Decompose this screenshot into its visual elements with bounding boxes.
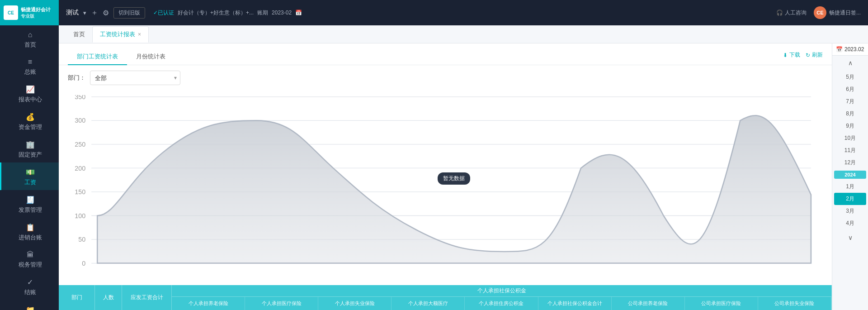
date-month-10[interactable]: 10月 bbox=[832, 132, 868, 144]
sidebar-item-invoice[interactable]: 🧾 发票管理 bbox=[0, 190, 59, 218]
sub-tabs: 部门工资统计表 月份统计表 ⬇ 下载 ↻ 刷新 bbox=[59, 43, 832, 65]
date-month-8[interactable]: 8月 bbox=[832, 108, 868, 120]
user-menu[interactable]: CE 畅捷通日签... bbox=[814, 6, 861, 19]
sidebar-item-tax[interactable]: 🏛 税务管理 bbox=[0, 245, 59, 272]
date-month-12[interactable]: 12月 bbox=[832, 157, 868, 169]
period-label: 账期 bbox=[257, 9, 268, 17]
funds-icon: 💰 bbox=[26, 113, 35, 121]
content-area: 首页 工资统计报表 × 部门工资统计表 月份统计表 ⬇ 下载 bbox=[59, 25, 868, 310]
switch-old-version-btn[interactable]: 切到旧版 bbox=[113, 7, 145, 19]
sidebar-label-funds: 资金管理 bbox=[19, 123, 42, 131]
calendar-icon[interactable]: 📅 bbox=[295, 10, 302, 16]
svg-text:50: 50 bbox=[78, 236, 85, 243]
svg-text:300: 300 bbox=[75, 117, 85, 124]
filter-bar: 部门： 全部 销售部 财务部 人事部 技术部 ▾ bbox=[59, 65, 832, 91]
th-insurance-total: 个人承担社保公积金合计 bbox=[538, 297, 612, 310]
sub-tab-department[interactable]: 部门工资统计表 bbox=[68, 49, 127, 65]
date-nav-bottom: ∨ bbox=[832, 230, 868, 245]
user-name: 畅捷通日签... bbox=[829, 9, 861, 17]
tab-payroll-report[interactable]: 工资统计报表 × bbox=[92, 26, 149, 43]
sidebar-label-close: 结账 bbox=[24, 288, 36, 296]
date-month-5[interactable]: 5月 bbox=[832, 71, 868, 83]
svg-text:100: 100 bbox=[75, 212, 85, 219]
date-nav-down-btn[interactable]: ∨ bbox=[832, 232, 868, 243]
svg-text:150: 150 bbox=[75, 188, 85, 196]
download-icon: ⬇ bbox=[783, 52, 788, 58]
date-month-11[interactable]: 11月 bbox=[832, 144, 868, 157]
main-area: 测试 ▾ ＋ ⚙ 切到旧版 ✓已认证 好会计（专）+好生意（标）+... 账期 … bbox=[59, 0, 868, 310]
app-logo: CE 畅捷通好会计 专业版 bbox=[0, 0, 59, 25]
sidebar-item-ledger[interactable]: ≡ 总账 bbox=[0, 52, 59, 80]
archive-icon: 📁 bbox=[26, 305, 35, 310]
sidebar-item-reports[interactable]: 📈 报表中心 bbox=[0, 80, 59, 107]
refresh-label: 刷新 bbox=[812, 51, 823, 59]
tab-home-label: 首页 bbox=[73, 30, 85, 38]
help-btn[interactable]: 🎧 人工咨询 bbox=[776, 9, 807, 17]
th-group-items: 个人承担养老保险 个人承担医疗保险 个人承担失业保险 个人承担大额医疗 个人承担… bbox=[172, 297, 831, 310]
sidebar-menu: ⌂ 首页 ≡ 总账 📈 报表中心 💰 资金管理 🏢 固定资产 💵 工资 🧾 发票… bbox=[0, 25, 59, 310]
refresh-icon: ↻ bbox=[806, 52, 810, 58]
app-subtitle: 专业版 bbox=[21, 13, 51, 19]
date-month-9[interactable]: 9月 bbox=[832, 120, 868, 132]
sidebar-item-archive[interactable]: 📁 归档管理 bbox=[0, 300, 59, 310]
department-select[interactable]: 全部 销售部 财务部 人事部 技术部 bbox=[90, 71, 180, 85]
company-dropdown-arrow[interactable]: ▾ bbox=[83, 10, 86, 16]
invoice-icon: 🧾 bbox=[26, 196, 35, 204]
company-name: 测试 bbox=[66, 9, 79, 17]
tax-icon: 🏛 bbox=[27, 251, 34, 259]
close-books-icon: ✓ bbox=[27, 278, 33, 286]
th-pension: 个人承担养老保险 bbox=[172, 297, 245, 310]
date-month-7[interactable]: 7月 bbox=[832, 95, 868, 108]
chart-area: 部门工资统计表 月份统计表 ⬇ 下载 ↻ 刷新 bbox=[59, 43, 832, 310]
sidebar-item-assets[interactable]: 🏢 固定资产 bbox=[0, 135, 59, 162]
sidebar-item-payroll[interactable]: 💵 工资 bbox=[0, 162, 59, 190]
logo-icon: CE bbox=[4, 5, 18, 20]
date-month-feb[interactable]: 2月 bbox=[834, 193, 866, 205]
certified-badge: ✓已认证 bbox=[153, 9, 174, 17]
date-month-6[interactable]: 6月 bbox=[832, 83, 868, 95]
topbar-badges: ✓已认证 好会计（专）+好生意（标）+... 账期 2023-02 📅 bbox=[153, 9, 302, 17]
logo-text-block: 畅捷通好会计 专业版 bbox=[21, 6, 51, 19]
calendar-small-icon: 📅 bbox=[836, 46, 843, 52]
sidebar-label-trade: 进销台账 bbox=[19, 234, 42, 242]
sub-tab-monthly[interactable]: 月份统计表 bbox=[127, 49, 175, 65]
topbar: 测试 ▾ ＋ ⚙ 切到旧版 ✓已认证 好会计（专）+好生意（标）+... 账期 … bbox=[59, 0, 868, 25]
svg-text:250: 250 bbox=[75, 141, 85, 148]
sidebar-label-ledger: 总账 bbox=[24, 68, 36, 76]
company-settings-btn[interactable]: ⚙ bbox=[103, 9, 109, 17]
sidebar-label-home: 首页 bbox=[24, 41, 36, 49]
tab-close-btn[interactable]: × bbox=[138, 31, 141, 38]
th-total-wage: 应发工资合计 bbox=[122, 285, 172, 310]
sidebar-item-home[interactable]: ⌂ 首页 bbox=[0, 25, 59, 52]
th-department: 部门 bbox=[59, 285, 95, 310]
download-btn[interactable]: ⬇ 下载 bbox=[783, 51, 800, 59]
avatar: CE bbox=[814, 6, 826, 19]
period-value: 2023-02 bbox=[272, 10, 292, 16]
badges-text: 好会计（专）+好生意（标）+... bbox=[178, 9, 254, 17]
date-panel: 📅 2023.02 ∧ 5月 6月 7月 8月 9月 10月 11月 12月 2… bbox=[832, 43, 868, 310]
date-month-mar[interactable]: 3月 bbox=[832, 205, 868, 217]
home-icon: ⌂ bbox=[28, 31, 33, 39]
date-section-2024: 1月 2月 3月 4月 bbox=[832, 180, 868, 230]
assets-icon: 🏢 bbox=[26, 140, 35, 149]
date-month-apr[interactable]: 4月 bbox=[832, 217, 868, 229]
sidebar-item-funds[interactable]: 💰 资金管理 bbox=[0, 107, 59, 135]
department-select-wrapper: 全部 销售部 财务部 人事部 技术部 ▾ bbox=[90, 71, 180, 85]
date-month-jan[interactable]: 1月 bbox=[832, 181, 868, 193]
download-label: 下载 bbox=[789, 51, 800, 59]
sidebar-item-trade[interactable]: 📋 进销台账 bbox=[0, 218, 59, 245]
th-company-unemployment: 公司承担失业保险 bbox=[758, 297, 831, 310]
payroll-icon: 💵 bbox=[26, 168, 35, 176]
th-company-pension: 公司承担养老保险 bbox=[612, 297, 685, 310]
th-count: 人数 bbox=[95, 285, 122, 310]
add-company-btn[interactable]: ＋ bbox=[91, 8, 98, 18]
refresh-btn[interactable]: ↻ 刷新 bbox=[806, 51, 823, 59]
tab-home[interactable]: 首页 bbox=[66, 27, 92, 42]
sidebar-item-close[interactable]: ✓ 结账 bbox=[0, 272, 59, 300]
trade-icon: 📋 bbox=[26, 223, 35, 232]
th-personal-insurance-group: 个人承担社保公积金 个人承担养老保险 个人承担医疗保险 个人承担失业保险 个人承… bbox=[172, 285, 832, 310]
date-nav-up-btn[interactable]: ∧ bbox=[832, 57, 868, 68]
topbar-right: 🎧 人工咨询 CE 畅捷通日签... bbox=[776, 6, 861, 19]
th-medical: 个人承担医疗保险 bbox=[245, 297, 318, 310]
headset-icon: 🎧 bbox=[776, 10, 783, 16]
